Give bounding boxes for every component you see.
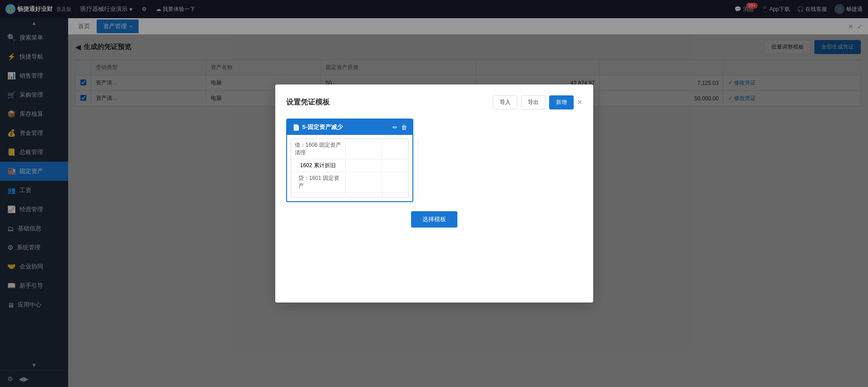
entry2-credit — [382, 159, 418, 172]
template-edit-icon[interactable]: ✏ — [392, 124, 397, 131]
export-btn[interactable]: 导出 — [521, 95, 546, 109]
template-entry-row-3: 贷：1601 固定资产 — [291, 172, 408, 193]
template-card-title: 📄 5-固定资产减少 — [293, 123, 343, 131]
template-card: 📄 5-固定资产减少 ✏ 🗑 — [286, 119, 413, 202]
template-entry-row-2: 1602 累计折旧 — [291, 159, 408, 172]
template-card-actions: ✏ 🗑 — [392, 124, 407, 131]
app-wrapper: 💰 畅捷通好业财 普及版 医疗器械行业演示 ▾ ⚙ ☁ 我要体验一下 💬 消息 — [0, 0, 868, 387]
template-card-body: 借：1606 固定资产清理 1602 累计折旧 — [287, 135, 412, 201]
entry4-credit — [382, 193, 418, 197]
modal-close-btn[interactable]: × — [577, 98, 582, 107]
template-entry-row-4 — [291, 193, 408, 197]
entry4-extra — [418, 193, 455, 197]
template-grid: 借：1606 固定资产清理 1602 累计折旧 — [291, 139, 409, 198]
template-doc-icon: 📄 — [293, 124, 300, 131]
entry3-extra — [418, 172, 455, 192]
entry2-extra — [418, 159, 455, 172]
import-btn[interactable]: 导入 — [493, 95, 517, 109]
page-content: ◀ 生成的凭证预览 批量调整模板 全部生成凭证 变动类型 — [68, 35, 868, 387]
entry1-type: 借：1606 固定资产清理 — [291, 139, 346, 159]
entry2-debit — [346, 159, 382, 172]
entry3-debit — [346, 172, 382, 192]
new-template-btn[interactable]: 新增 — [549, 95, 574, 109]
template-entry-row-1: 借：1606 固定资产清理 — [291, 139, 408, 159]
entry2-type: 1602 累计折旧 — [291, 159, 346, 172]
entry1-debit — [346, 139, 382, 159]
entry1-extra — [418, 139, 455, 159]
main-layout: ▲ 🔍 搜索菜单 ⚡ 快捷导航 📊 销售管理 🛒 采购管理 — [0, 18, 868, 387]
template-delete-icon[interactable]: 🗑 — [401, 124, 407, 131]
entry4-type — [291, 193, 346, 197]
template-card-header: 📄 5-固定资产减少 ✏ 🗑 — [287, 119, 412, 135]
content-area: 首页 资产管理 × ✕ ⤢ ◀ 生成的凭证预览 — [68, 18, 868, 387]
entry3-type: 贷：1601 固定资产 — [291, 172, 346, 192]
modal-actions: 导入 导出 新增 — [493, 95, 574, 109]
select-template-container: 选择模板 — [286, 211, 582, 228]
modal-overlay: 设置凭证模板 导入 导出 新增 × — [68, 35, 868, 387]
entry3-credit — [382, 172, 418, 192]
template-card-title-text: 5-固定资产减少 — [303, 123, 343, 131]
entry1-credit — [382, 139, 418, 159]
entry4-debit — [346, 193, 382, 197]
modal-header: 设置凭证模板 导入 导出 新增 × — [286, 95, 582, 109]
modal-dialog: 设置凭证模板 导入 导出 新增 × — [275, 84, 593, 303]
select-template-btn[interactable]: 选择模板 — [411, 211, 457, 228]
modal-title: 设置凭证模板 — [286, 98, 330, 107]
